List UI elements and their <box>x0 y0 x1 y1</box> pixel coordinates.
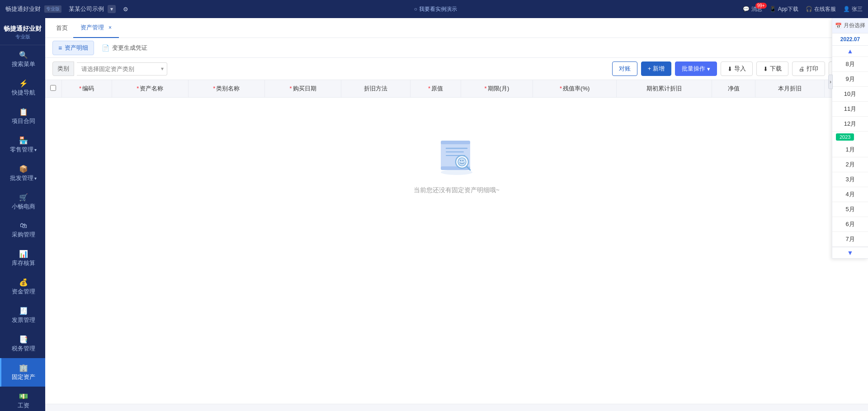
settings-icon[interactable]: ⚙ <box>123 6 128 13</box>
tab-label: 资产管理 <box>80 24 104 32</box>
sidebar-item-retail[interactable]: 🏪 零售管理 ▾ <box>0 131 45 159</box>
tax-icon: 📑 <box>19 335 28 344</box>
import-button[interactable]: ⬇ 导入 <box>721 61 753 76</box>
col-category: *类别名称 <box>188 80 264 98</box>
month-item-3[interactable]: 3月 <box>832 172 868 187</box>
online-service-button[interactable]: 🎧 在线客服 <box>806 5 836 13</box>
sidebar-item-label: 搜索菜单 <box>12 60 35 68</box>
month-item-1[interactable]: 1月 <box>832 142 868 157</box>
inventory-icon: 📊 <box>19 250 28 258</box>
document-icon: 📄 <box>102 44 109 52</box>
user-avatar[interactable]: 👤 张三 <box>843 5 863 13</box>
chevron-down-icon: ▾ <box>34 176 37 181</box>
sidebar-item-purchase[interactable]: 🛍 采购管理 <box>0 216 45 244</box>
month-item-5[interactable]: 5月 <box>832 202 868 217</box>
svg-point-10 <box>460 160 461 161</box>
month-item-9[interactable]: 9月 <box>832 72 868 87</box>
year-2023-badge: 2023 <box>836 133 854 141</box>
print-button[interactable]: 🖨 打印 <box>792 61 825 76</box>
month-item-7[interactable]: 7月 <box>832 232 868 247</box>
content-area: 首页 资产管理 × ✕ ⛶ ≡ 资产明细 📄 变更生成凭证 <box>45 18 868 411</box>
month-scroll-down-button[interactable]: ▼ <box>832 247 868 258</box>
message-button[interactable]: 💬 消息 99+ <box>743 5 762 13</box>
demo-link[interactable]: ○ 我要看实例演示 <box>414 5 457 13</box>
empty-illustration <box>429 134 484 179</box>
search-icon: 🔍 <box>19 51 28 59</box>
wholesale-icon: 📦 <box>19 165 28 173</box>
month-item-10[interactable]: 10月 <box>832 87 868 102</box>
sidebar-item-fixed-assets[interactable]: 🏢 固定资产 <box>0 358 45 387</box>
logo-text: 畅捷通好业财 <box>4 24 42 33</box>
toolbar: 类别 ▾ 对账 + 新增 批量操作 ▾ ⬇ 导入 <box>45 58 868 80</box>
sidebar-item-finance[interactable]: 💰 资金管理 <box>0 273 45 301</box>
tab-close-icon[interactable]: × <box>108 24 112 31</box>
sidebar-item-label: 工资 <box>18 402 29 410</box>
app-edition: 专业版 <box>44 5 61 13</box>
col-net-value: 净值 <box>712 80 755 98</box>
sidebar-item-label: 固定资产 <box>12 373 35 381</box>
sidebar-item-quick-nav[interactable]: ⚡ 快捷导航 <box>0 74 45 102</box>
retail-icon: 🏪 <box>19 136 28 145</box>
tab-home[interactable]: 首页 <box>51 18 73 38</box>
month-item-12[interactable]: 12月 <box>832 117 868 132</box>
import-label: 导入 <box>734 65 746 73</box>
filter-category: 类别 ▾ <box>52 61 167 76</box>
sidebar-item-search[interactable]: 🔍 搜索菜单 <box>0 45 45 74</box>
down-arrow-icon: ▼ <box>847 249 854 256</box>
company-dropdown[interactable]: ▾ <box>108 5 116 13</box>
bottom-scrollbar[interactable] <box>45 404 868 411</box>
sidebar-item-label: 零售管理 <box>10 146 33 154</box>
month-item-6[interactable]: 6月 <box>832 217 868 232</box>
fixed-assets-icon: 🏢 <box>19 364 28 372</box>
add-button[interactable]: + 新增 <box>641 61 671 76</box>
select-all-header[interactable] <box>45 80 61 98</box>
user-icon: 👤 <box>843 6 850 12</box>
sub-tab-label: 资产明细 <box>65 44 88 52</box>
top-bar-left: 畅捷通好业财 专业版 某某公司示例 ▾ ⚙ <box>5 5 128 13</box>
ecommerce-icon: 🛒 <box>19 193 28 202</box>
sidebar-item-wholesale[interactable]: 📦 批发管理 ▾ <box>0 159 45 188</box>
month-item-4[interactable]: 4月 <box>832 187 868 202</box>
sidebar-item-inventory[interactable]: 📊 库存核算 <box>0 244 45 273</box>
month-panel: 📅 月份选择 2022.07 ▲ 8月 9月 10月 11月 12月 2023 … <box>832 18 868 259</box>
tab-bar: 首页 资产管理 × ✕ ⛶ <box>45 18 868 38</box>
sidebar-item-invoice[interactable]: 🧾 发票管理 <box>0 301 45 330</box>
tab-asset-management[interactable]: 资产管理 × <box>73 18 119 38</box>
batch-button[interactable]: 批量操作 ▾ <box>675 61 717 76</box>
sidebar-item-label: 库存核算 <box>12 259 35 267</box>
list-icon: ≡ <box>58 44 62 52</box>
month-panel-collapse-button[interactable]: › <box>828 75 833 89</box>
col-period: *期限(月) <box>461 80 533 98</box>
message-icon: 💬 <box>743 6 750 12</box>
headset-icon: 🎧 <box>806 6 812 12</box>
download-button[interactable]: ⬇ 下载 <box>756 61 788 76</box>
sidebar-item-label: 快捷导航 <box>12 89 35 97</box>
month-item-8[interactable]: 8月 <box>832 57 868 72</box>
sub-tab-asset-detail[interactable]: ≡ 资产明细 <box>52 41 94 55</box>
sidebar-item-label: 批发管理 <box>10 174 33 182</box>
month-item-2[interactable]: 2月 <box>832 157 868 172</box>
select-all-checkbox[interactable] <box>50 85 56 91</box>
month-scroll-up-button[interactable]: ▲ <box>832 46 868 57</box>
app-download-button[interactable]: 📱 App下载 <box>769 5 798 13</box>
category-label: 类别 <box>52 61 74 76</box>
app-icon: 📱 <box>769 6 776 12</box>
sidebar-item-label: 项目合同 <box>12 117 35 125</box>
sidebar-item-label: 资金管理 <box>12 288 35 296</box>
category-input[interactable] <box>77 62 167 76</box>
app-download-label: App下载 <box>778 5 798 13</box>
sidebar-item-ecommerce[interactable]: 🛒 小畅电商 <box>0 188 45 216</box>
main-layout: 畅捷通好业财 专业版 🔍 搜索菜单 ⚡ 快捷导航 📋 项目合同 🏪 零售管理 ▾… <box>0 18 868 411</box>
sidebar-item-salary[interactable]: 💵 工资 <box>0 387 45 411</box>
reconcile-button[interactable]: 对账 <box>612 61 637 76</box>
month-item-11[interactable]: 11月 <box>832 102 868 117</box>
sidebar-logo: 畅捷通好业财 专业版 <box>0 18 45 45</box>
sub-tab-label: 变更生成凭证 <box>112 44 147 52</box>
col-residual-rate: *残值率(%) <box>533 80 617 98</box>
sidebar-item-project[interactable]: 📋 项目合同 <box>0 102 45 131</box>
download-icon: ⬇ <box>763 66 768 72</box>
sidebar-item-tax[interactable]: 📑 税务管理 <box>0 330 45 358</box>
empty-text: 当前您还没有固定资产明细哦~ <box>414 186 500 194</box>
table-area: *编码 *资产名称 *类别名称 *购买日期 折旧方法 *原值 *期限(月) *残… <box>45 80 868 404</box>
sub-tab-change-voucher[interactable]: 📄 变更生成凭证 <box>96 41 153 55</box>
